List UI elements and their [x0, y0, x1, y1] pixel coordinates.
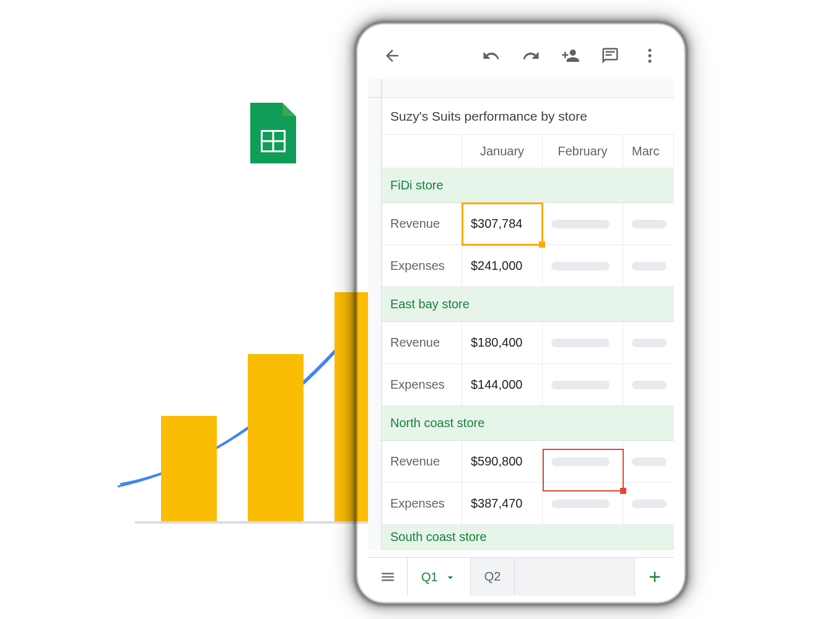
row-label[interactable]: Revenue	[382, 441, 462, 483]
row-gutter[interactable]	[368, 406, 382, 441]
row-gutter[interactable]	[368, 525, 382, 550]
logo-body	[250, 103, 296, 163]
chevron-down-icon[interactable]	[444, 571, 457, 584]
placeholder-pill	[551, 500, 610, 508]
back-icon[interactable]	[382, 45, 403, 66]
col-header-february[interactable]: February	[543, 135, 623, 168]
group-row-southcoast: South coast store	[368, 525, 674, 550]
cell-placeholder[interactable]	[543, 364, 623, 406]
group-row-northcoast: North coast store	[368, 406, 674, 441]
data-row-northcoast-revenue: Revenue $590,800	[368, 441, 674, 483]
cell-value[interactable]: $180,400	[462, 322, 543, 364]
group-label[interactable]: East bay store	[382, 287, 674, 322]
data-row-eastbay-expenses: Expenses $144,000	[368, 364, 674, 406]
undo-icon[interactable]	[481, 45, 502, 66]
svg-point-4	[649, 49, 652, 52]
col-header-blank[interactable]	[382, 135, 462, 168]
placeholder-pill	[632, 339, 667, 347]
tab-q1[interactable]: Q1	[408, 558, 471, 595]
spreadsheet[interactable]: Suzy's Suits performance by store Januar…	[368, 79, 674, 550]
group-label[interactable]: North coast store	[382, 406, 674, 441]
sheet-title-row: Suzy's Suits performance by store	[368, 98, 674, 135]
data-row-fidi-revenue: Revenue $307,784	[368, 203, 674, 245]
tab-label: Q1	[421, 570, 438, 584]
placeholder-pill	[632, 500, 667, 508]
svg-rect-2	[606, 51, 615, 53]
data-row-eastbay-revenue: Revenue $180,400	[368, 322, 674, 364]
chart-bar	[161, 416, 217, 521]
corner-cell[interactable]	[368, 79, 382, 97]
app-toolbar	[368, 32, 674, 79]
col-header-january[interactable]: January	[462, 135, 543, 168]
cell-placeholder[interactable]	[623, 203, 674, 245]
group-label[interactable]: FiDi store	[382, 168, 674, 203]
row-label[interactable]: Expenses	[382, 483, 462, 525]
placeholder-pill	[551, 457, 610, 466]
row-gutter[interactable]	[368, 441, 382, 483]
cell-placeholder[interactable]	[623, 245, 674, 287]
row-gutter[interactable]	[368, 483, 382, 525]
row-gutter[interactable]	[368, 168, 382, 203]
column-header-row: January February Marc	[368, 135, 674, 168]
header-gutter-row	[368, 79, 674, 98]
cell-value[interactable]: $144,000	[462, 364, 543, 406]
placeholder-pill	[632, 220, 667, 228]
row-gutter[interactable]	[368, 245, 382, 287]
row-label[interactable]: Expenses	[382, 364, 462, 406]
cell-placeholder[interactable]	[543, 441, 623, 483]
row-label[interactable]: Revenue	[382, 322, 462, 364]
row-gutter[interactable]	[368, 203, 382, 245]
placeholder-pill	[632, 381, 667, 389]
cell-value[interactable]: $387,470	[462, 483, 543, 525]
cell-placeholder[interactable]	[543, 322, 623, 364]
row-gutter[interactable]	[368, 98, 382, 135]
more-vert-icon[interactable]	[639, 45, 660, 66]
col-header-march[interactable]: Marc	[623, 135, 674, 168]
logo-grid-icon	[261, 130, 286, 152]
placeholder-pill	[632, 262, 667, 271]
cell-placeholder[interactable]	[623, 483, 674, 525]
row-label[interactable]: Revenue	[382, 203, 462, 245]
cell-placeholder[interactable]	[623, 441, 674, 483]
data-row-northcoast-expenses: Expenses $387,470	[368, 483, 674, 525]
cell-placeholder[interactable]	[543, 203, 623, 245]
row-label[interactable]: Expenses	[382, 245, 462, 287]
cell-placeholder[interactable]	[623, 364, 674, 406]
placeholder-pill	[551, 339, 610, 347]
trend-bar-chart	[124, 282, 390, 524]
phone-mockup: Suzy's Suits performance by store Januar…	[368, 32, 674, 595]
cell-placeholder[interactable]	[543, 483, 623, 525]
placeholder-pill	[551, 262, 610, 271]
data-row-fidi-expenses: Expenses $241,000	[368, 245, 674, 287]
cell-value[interactable]: $590,800	[462, 441, 543, 483]
chart-baseline	[135, 521, 390, 524]
sheet-tabs-bar: Q1 Q2	[368, 557, 674, 595]
tab-label: Q2	[484, 569, 501, 584]
row-gutter[interactable]	[368, 322, 382, 364]
placeholder-pill	[551, 220, 610, 228]
google-sheets-logo	[250, 103, 296, 163]
row-gutter[interactable]	[368, 135, 382, 168]
cell-value[interactable]: $241,000	[462, 245, 543, 287]
tab-q2[interactable]: Q2	[471, 558, 515, 595]
comment-icon[interactable]	[600, 45, 621, 66]
group-label[interactable]: South coast store	[382, 525, 674, 550]
cell-placeholder[interactable]	[623, 322, 674, 364]
add-person-icon[interactable]	[560, 45, 581, 66]
cell-placeholder[interactable]	[543, 245, 623, 287]
svg-point-6	[649, 59, 652, 63]
column-headers-area[interactable]	[382, 79, 674, 97]
row-gutter[interactable]	[368, 287, 382, 322]
cell-value[interactable]: $307,784	[462, 203, 543, 245]
svg-point-5	[649, 54, 652, 58]
chart-bar	[248, 354, 304, 521]
placeholder-pill	[551, 381, 610, 389]
group-row-eastbay: East bay store	[368, 287, 674, 322]
sheet-title-cell[interactable]: Suzy's Suits performance by store	[382, 98, 674, 135]
group-row-fidi: FiDi store	[368, 168, 674, 203]
row-gutter[interactable]	[368, 364, 382, 406]
logo-fold	[282, 103, 296, 116]
redo-icon[interactable]	[520, 45, 541, 66]
placeholder-pill	[632, 457, 667, 466]
svg-rect-3	[606, 54, 612, 56]
